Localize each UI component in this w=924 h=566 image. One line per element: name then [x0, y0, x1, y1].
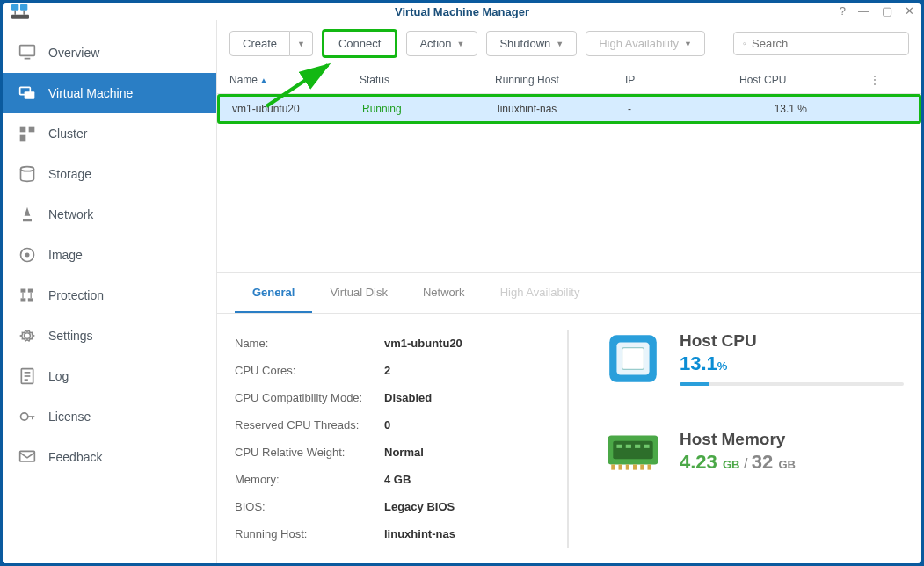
cpu-icon — [604, 330, 662, 388]
sidebar-item-settings[interactable]: Settings — [3, 316, 216, 356]
detail-value: 2 — [384, 364, 390, 377]
svg-rect-35 — [616, 445, 622, 448]
close-icon[interactable]: ✕ — [905, 4, 914, 18]
detail-label: CPU Compatibility Mode: — [235, 391, 384, 404]
toolbar: Create ▼ Connect Action ▼ Shutdown ▼ Hig… — [217, 20, 921, 67]
sidebar-item-license[interactable]: License — [3, 396, 216, 437]
sidebar-item-feedback[interactable]: Feedback — [3, 437, 216, 477]
svg-rect-41 — [626, 464, 629, 469]
high-availability-button[interactable]: High Availability ▼ — [586, 31, 705, 56]
sidebar-item-protection[interactable]: Protection — [3, 275, 216, 316]
gear-icon — [18, 327, 36, 345]
svg-rect-44 — [648, 464, 651, 469]
sidebar-item-label: Cluster — [48, 127, 87, 141]
sidebar-item-label: Overview — [48, 46, 99, 60]
detail-label: Name: — [235, 337, 384, 350]
detail-tabs: General Virtual Disk Network High Availa… — [217, 273, 921, 314]
column-menu-icon[interactable]: ⋮ — [857, 74, 882, 86]
sidebar-item-network[interactable]: Network — [3, 194, 216, 235]
chevron-down-icon: ▼ — [297, 40, 305, 48]
maximize-icon[interactable]: ▢ — [882, 4, 892, 18]
window-title: Virtual Machine Manager — [395, 5, 529, 18]
create-dropdown-caret[interactable]: ▼ — [290, 31, 313, 56]
license-icon — [18, 408, 36, 425]
app-icon — [11, 4, 29, 18]
metric-host-memory: Host Memory 4.23 GB / 32 GB — [604, 423, 904, 481]
sidebar-item-overview[interactable]: Overview — [3, 33, 216, 73]
svg-rect-39 — [611, 464, 615, 469]
sidebar-item-log[interactable]: Log — [3, 356, 216, 396]
detail-label: Running Host: — [235, 527, 384, 541]
sort-ascending-icon: ▲ — [259, 76, 268, 85]
svg-rect-0 — [11, 4, 18, 11]
sidebar-item-label: Virtual Machine — [48, 86, 133, 100]
svg-rect-17 — [21, 298, 26, 301]
metric-total-unit: GB — [778, 458, 796, 471]
table-header: Name▲ Status Running Host IP Host CPU ⋮ — [217, 67, 921, 94]
detail-label: Memory: — [235, 473, 384, 486]
sidebar-item-label: Network — [48, 207, 93, 221]
svg-rect-26 — [20, 451, 35, 461]
overview-icon — [18, 44, 36, 62]
tab-virtual-disk[interactable]: Virtual Disk — [312, 273, 405, 313]
row-host: linuxhint-nas — [485, 103, 615, 115]
detail-label: Reserved CPU Threads: — [235, 418, 384, 432]
metric-used: 4.23 — [680, 451, 717, 473]
column-header-status[interactable]: Status — [347, 74, 483, 86]
sidebar-item-storage[interactable]: Storage — [3, 154, 216, 194]
help-icon[interactable]: ? — [840, 4, 846, 18]
feedback-icon — [18, 448, 36, 466]
svg-rect-43 — [640, 464, 644, 469]
sidebar-item-image[interactable]: Image — [3, 235, 216, 275]
column-header-host[interactable]: Running Host — [483, 74, 613, 86]
column-header-ip[interactable]: IP — [613, 74, 727, 86]
column-header-cpu[interactable]: Host CPU — [727, 74, 857, 86]
chevron-down-icon: ▼ — [684, 40, 692, 48]
shutdown-button[interactable]: Shutdown ▼ — [486, 31, 577, 56]
detail-value: linuxhint-nas — [384, 527, 455, 541]
search-input[interactable] — [752, 37, 899, 50]
svg-point-12 — [21, 167, 34, 171]
metric-host-cpu: Host CPU 13.1% — [604, 330, 904, 388]
svg-rect-8 — [25, 91, 35, 98]
svg-rect-32 — [622, 348, 644, 370]
sidebar: Overview Virtual Machine Cluster Storage… — [3, 20, 217, 563]
connect-button[interactable]: Connect — [322, 29, 397, 58]
table-row[interactable]: vm1-ubuntu20 Running linuxhint-nas - 13.… — [217, 94, 921, 124]
search-input-wrapper[interactable] — [733, 32, 909, 55]
row-name: vm1-ubuntu20 — [220, 103, 350, 115]
create-button[interactable]: Create — [229, 31, 290, 56]
detail-value: Disabled — [384, 391, 432, 404]
detail-value: 4 GB — [384, 473, 411, 486]
sidebar-item-label: Settings — [48, 329, 93, 343]
sidebar-item-label: Protection — [48, 288, 104, 302]
sidebar-item-virtual-machine[interactable]: Virtual Machine — [3, 73, 216, 113]
svg-point-14 — [25, 253, 30, 258]
metric-title: Host CPU — [680, 331, 904, 351]
svg-rect-37 — [635, 445, 640, 448]
log-icon — [18, 367, 36, 385]
metric-used-unit: GB — [723, 458, 740, 471]
svg-rect-40 — [619, 464, 622, 469]
chevron-down-icon: ▼ — [457, 40, 465, 48]
protection-icon — [18, 287, 36, 304]
action-button[interactable]: Action ▼ — [406, 31, 477, 56]
storage-icon — [18, 165, 36, 183]
tab-high-availability[interactable]: High Availability — [483, 273, 598, 313]
tab-general[interactable]: General — [235, 273, 312, 313]
title-bar: Virtual Machine Manager ? — ▢ ✕ — [3, 3, 921, 20]
svg-line-28 — [746, 44, 746, 45]
sidebar-item-label: Feedback — [48, 450, 102, 464]
tab-network[interactable]: Network — [405, 273, 483, 313]
vm-icon — [18, 84, 36, 102]
svg-rect-1 — [20, 4, 27, 11]
minimize-icon[interactable]: — — [858, 4, 869, 18]
svg-rect-9 — [20, 127, 26, 133]
sidebar-item-label: Log — [48, 369, 69, 383]
sidebar-item-label: Storage — [48, 167, 91, 181]
sidebar-item-cluster[interactable]: Cluster — [3, 113, 216, 154]
svg-rect-16 — [28, 289, 33, 293]
detail-label: BIOS: — [235, 500, 384, 513]
metric-title: Host Memory — [680, 430, 904, 449]
column-header-name[interactable]: Name▲ — [217, 74, 347, 86]
